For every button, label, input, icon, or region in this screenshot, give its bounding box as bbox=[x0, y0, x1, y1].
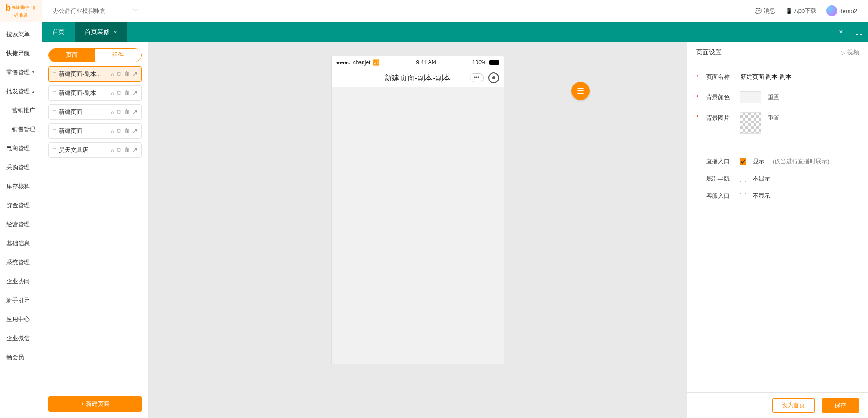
sidebar-item-appcenter[interactable]: 应用中心 bbox=[0, 310, 42, 329]
sidebar-item-ecommerce[interactable]: 电商管理 bbox=[0, 139, 42, 158]
copy-icon[interactable]: ⧉ bbox=[117, 128, 121, 135]
phone-time: 9:41 AM bbox=[416, 59, 436, 66]
sidebar-item-search[interactable]: 搜索菜单 bbox=[0, 25, 42, 44]
sidebar-item-collab[interactable]: 企业协同 bbox=[0, 272, 42, 291]
copy-icon[interactable]: ⧉ bbox=[117, 147, 121, 154]
chat-icon: 💬 bbox=[755, 8, 762, 14]
user-menu[interactable]: demo2 bbox=[826, 5, 857, 16]
sidebar-item-guide[interactable]: 新手引导 bbox=[0, 291, 42, 310]
sidebar-item-member[interactable]: 畅会员 bbox=[0, 348, 42, 367]
drag-handle-icon[interactable] bbox=[52, 129, 56, 133]
sidebar-item-baseinfo[interactable]: 基础信息 bbox=[0, 234, 42, 253]
close-tab-icon[interactable]: × bbox=[113, 28, 117, 36]
bgimg-picker[interactable] bbox=[740, 112, 761, 134]
bgcolor-reset[interactable]: 重置 bbox=[768, 93, 779, 101]
nav-option: 不显示 bbox=[753, 175, 770, 183]
fullscreen-button[interactable]: ⛶ bbox=[850, 22, 868, 42]
seg-page[interactable]: 页面 bbox=[49, 49, 95, 62]
component-fab-wrap: ☰ bbox=[571, 82, 590, 100]
top-bar: b 畅捷通好生意 标准版 办公品行业模拟账套 ﹀ 💬 消息 📱 App下载 de… bbox=[0, 0, 868, 22]
copy-icon[interactable]: ⧉ bbox=[117, 90, 121, 97]
home-icon[interactable]: ⌂ bbox=[111, 128, 114, 135]
page-row[interactable]: 新建页面 ⌂ ⧉ 🗑 ↗ bbox=[48, 124, 142, 139]
drag-handle-icon[interactable] bbox=[52, 110, 56, 114]
home-icon[interactable]: ⌂ bbox=[111, 71, 114, 78]
live-checkbox[interactable] bbox=[740, 158, 746, 165]
sidebar-item-sales[interactable]: 销售管理 bbox=[0, 120, 42, 139]
sidebar-item-operation[interactable]: 经营管理 bbox=[0, 215, 42, 234]
sidebar-item-system[interactable]: 系统管理 bbox=[0, 253, 42, 272]
settings-footer: 设为首页 保存 bbox=[687, 392, 868, 418]
drag-handle-icon[interactable] bbox=[52, 91, 56, 95]
copy-icon[interactable]: ⧉ bbox=[117, 71, 121, 78]
delete-icon[interactable]: 🗑 bbox=[124, 71, 130, 78]
home-icon[interactable]: ⌂ bbox=[111, 109, 114, 116]
home-icon[interactable]: ⌂ bbox=[111, 147, 114, 154]
bgimg-reset[interactable]: 重置 bbox=[768, 112, 779, 122]
signal-icon: ●●●●○ bbox=[336, 59, 350, 66]
page-name: 新建页面 bbox=[59, 127, 108, 135]
drag-handle-icon[interactable] bbox=[52, 148, 56, 152]
messages-button[interactable]: 💬 消息 bbox=[755, 7, 775, 15]
page-name: 新建页面-副本 bbox=[59, 89, 108, 97]
delete-icon[interactable]: 🗑 bbox=[124, 109, 130, 116]
export-icon[interactable]: ↗ bbox=[132, 128, 137, 135]
app-download-label: App下载 bbox=[794, 7, 816, 15]
bgcolor-swatch[interactable] bbox=[740, 91, 761, 103]
home-icon[interactable]: ⌂ bbox=[111, 90, 114, 97]
live-label: 直播入口 bbox=[706, 157, 733, 166]
page-name: 昊天文具店 bbox=[59, 146, 108, 154]
set-home-button[interactable]: 设为首页 bbox=[772, 398, 815, 413]
delete-icon[interactable]: 🗑 bbox=[124, 147, 130, 154]
nav-checkbox[interactable] bbox=[740, 176, 746, 182]
caret-up-icon: ▲ bbox=[31, 89, 35, 94]
page-row[interactable]: 新建页面 ⌂ ⧉ 🗑 ↗ bbox=[48, 104, 142, 120]
top-actions: 💬 消息 📱 App下载 demo2 bbox=[755, 5, 857, 16]
new-page-button[interactable]: + 新建页面 bbox=[48, 396, 142, 412]
phone-target-button[interactable] bbox=[488, 72, 499, 83]
phone-preview: ●●●●○ chanjet 📶 9:41 AM 100% 新建页面-副本-副本 bbox=[331, 56, 504, 364]
cs-label: 客服入口 bbox=[706, 192, 733, 200]
sidebar-item-wechat[interactable]: 企业微信 bbox=[0, 329, 42, 348]
sidebar-item-retail[interactable]: 零售管理▼ bbox=[0, 63, 42, 82]
cs-checkbox[interactable] bbox=[740, 193, 746, 200]
seg-component[interactable]: 组件 bbox=[95, 49, 141, 62]
component-fab[interactable]: ☰ bbox=[571, 82, 590, 100]
tab-home[interactable]: 首页 bbox=[42, 22, 75, 42]
phone-nav-bar: 新建页面-副本-副本 ••• bbox=[332, 69, 504, 87]
account-selector[interactable]: 办公品行业模拟账套 ﹀ bbox=[53, 7, 139, 15]
page-list: 新建页面-副本... ⌂ ⧉ 🗑 ↗ 新建页面-副本 ⌂ bbox=[48, 66, 142, 392]
page-row[interactable]: 新建页面-副本... ⌂ ⧉ 🗑 ↗ bbox=[48, 66, 142, 82]
caret-down-icon: ▼ bbox=[31, 70, 35, 75]
close-all-button[interactable]: × bbox=[832, 22, 850, 42]
tab-decorate[interactable]: 首页装修 × bbox=[75, 22, 127, 42]
export-icon[interactable]: ↗ bbox=[132, 71, 137, 78]
phone-menu-button[interactable]: ••• bbox=[470, 73, 484, 82]
export-icon[interactable]: ↗ bbox=[132, 109, 137, 116]
sidebar-item-purchase[interactable]: 采购管理 bbox=[0, 158, 42, 177]
page-name-input[interactable] bbox=[740, 71, 859, 82]
sidebar-item-funds[interactable]: 资金管理 bbox=[0, 196, 42, 215]
brand-tag: 标准版 bbox=[14, 12, 28, 19]
delete-icon[interactable]: 🗑 bbox=[124, 128, 130, 135]
battery-pct: 100% bbox=[472, 59, 486, 66]
sidebar-item-wholesale[interactable]: 批发管理▲ bbox=[0, 82, 42, 101]
sidebar-item-marketing[interactable]: 营销推广 bbox=[0, 101, 42, 120]
brand-name: 畅捷通好生意 bbox=[12, 5, 36, 11]
app-download-button[interactable]: 📱 App下载 bbox=[785, 7, 816, 15]
sidebar-item-quicknav[interactable]: 快捷导航 bbox=[0, 44, 42, 63]
save-button[interactable]: 保存 bbox=[822, 398, 859, 413]
video-help-button[interactable]: ▷ 视频 bbox=[841, 48, 859, 57]
page-row[interactable]: 新建页面-副本 ⌂ ⧉ 🗑 ↗ bbox=[48, 86, 142, 101]
export-icon[interactable]: ↗ bbox=[132, 147, 137, 154]
export-icon[interactable]: ↗ bbox=[132, 90, 137, 97]
copy-icon[interactable]: ⧉ bbox=[117, 109, 121, 116]
play-icon: ▷ bbox=[841, 49, 845, 56]
row-bottom-nav: 底部导航 不显示 bbox=[696, 175, 859, 183]
drag-handle-icon[interactable] bbox=[52, 72, 56, 76]
sidebar-item-inventory[interactable]: 库存核算 bbox=[0, 177, 42, 196]
delete-icon[interactable]: 🗑 bbox=[124, 90, 130, 97]
page-row[interactable]: 昊天文具店 ⌂ ⧉ 🗑 ↗ bbox=[48, 142, 142, 158]
phone-icon: 📱 bbox=[785, 8, 793, 14]
chevron-down-icon: ﹀ bbox=[133, 7, 139, 15]
